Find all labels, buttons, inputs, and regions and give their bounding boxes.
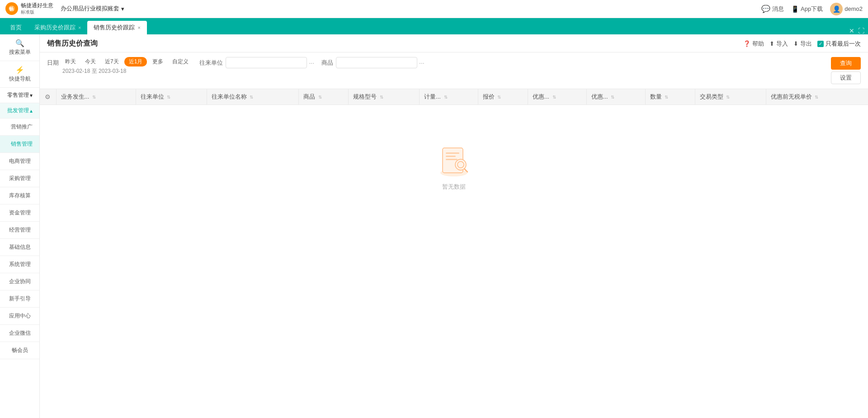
col-partner-code[interactable]: 往来单位 ⇅	[136, 89, 207, 105]
wholesale-mgmt-label: 批发管理	[7, 107, 29, 114]
date-option-last1month[interactable]: 近1月	[124, 57, 147, 66]
col-partner-name-sort: ⇅	[250, 95, 253, 100]
date-option-last7days[interactable]: 近7天	[101, 57, 123, 66]
date-filter-label: 日期	[47, 57, 59, 67]
sidebar-item-marketing-promo[interactable]: 营销推广	[0, 119, 39, 136]
col-partner-name[interactable]: 往来单位名称 ⇅	[207, 89, 298, 105]
date-filter-group: 日期 昨天 今天 近7天 近1月 更多 自定义 2023-02-18 至 202…	[47, 57, 192, 75]
sidebar-vip-member-label: 畅会员	[12, 347, 28, 354]
sidebar-operation-mgmt-label: 经营管理	[9, 226, 31, 234]
sidebar-marketing-promo-label: 营销推广	[11, 123, 33, 131]
col-pre-tax-price[interactable]: 优惠前无税单价 ⇅	[766, 89, 868, 105]
page-title: 销售历史价查询	[47, 39, 98, 48]
export-action[interactable]: ⬇ 导出	[793, 40, 812, 48]
col-discount2[interactable]: 优惠... ⇅	[586, 89, 645, 105]
workspace-selector[interactable]: 办公用品行业模拟账套 ▾	[57, 3, 128, 14]
wholesale-mgmt-arrow: ▴	[30, 108, 33, 114]
sidebar-item-inventory[interactable]: 库存核算	[0, 187, 39, 204]
col-spec-sort: ⇅	[380, 95, 383, 100]
sidebar-search-menu-label: 搜索菜单	[9, 48, 31, 56]
sidebar-enterprise-wechat-label: 企业微信	[9, 329, 31, 337]
import-icon: ⬆	[769, 40, 774, 47]
tab-home[interactable]: 首页	[4, 21, 28, 34]
help-action[interactable]: ❓ 帮助	[743, 40, 764, 48]
svg-rect-6	[446, 159, 458, 160]
sidebar-item-enterprise-wechat[interactable]: 企业微信	[0, 325, 39, 342]
tab-maximize-icon[interactable]: ⛶	[858, 27, 864, 34]
col-quantity-sort: ⇅	[665, 95, 668, 100]
product-input[interactable]	[336, 57, 417, 68]
col-spec[interactable]: 规格型号 ⇅	[349, 89, 420, 105]
col-business-date-label: 业务发生...	[61, 93, 90, 100]
col-quote[interactable]: 报价 ⇅	[478, 89, 528, 105]
sidebar-item-quick-nav[interactable]: ⚡ 快捷导航	[0, 61, 39, 88]
sidebar-item-enterprise-collab[interactable]: 企业协同	[0, 273, 39, 290]
sidebar-item-app-center[interactable]: 应用中心	[0, 308, 39, 325]
import-action[interactable]: ⬆ 导入	[769, 40, 788, 48]
settings-icon[interactable]: ⚙	[45, 93, 51, 100]
sidebar-enterprise-collab-label: 企业协同	[9, 278, 31, 285]
app-download-action[interactable]: 📱 App下载	[791, 5, 823, 13]
col-quantity[interactable]: 数量 ⇅	[645, 89, 695, 105]
retail-mgmt-label: 零售管理	[7, 91, 29, 99]
col-quote-label: 报价	[483, 93, 495, 100]
empty-text: 暂无数据	[442, 183, 466, 191]
product-input-group: ···	[336, 57, 425, 68]
quick-nav-icon: ⚡	[15, 66, 24, 74]
col-discount2-sort: ⇅	[611, 95, 614, 100]
tab-purchase-history[interactable]: 采购历史价跟踪 ×	[28, 21, 87, 34]
sidebar-item-vip-member[interactable]: 畅会员	[0, 342, 39, 359]
tab-bar-right: ✕ ⛶	[849, 27, 864, 34]
partner-input[interactable]	[226, 57, 307, 68]
tab-sales-history-close[interactable]: ×	[137, 25, 140, 30]
col-partner-code-sort: ⇅	[167, 95, 170, 100]
sidebar-item-purchase-mgmt[interactable]: 采购管理	[0, 170, 39, 187]
logo-text-area: 畅捷通好生意 标准版	[21, 2, 53, 15]
tab-sales-history[interactable]: 销售历史价跟踪 ×	[87, 21, 146, 34]
svg-rect-4	[446, 152, 459, 154]
sidebar-item-retail-mgmt[interactable]: 零售管理 ▾	[0, 88, 39, 103]
retail-mgmt-arrow: ▾	[30, 92, 33, 99]
col-unit[interactable]: 计量... ⇅	[420, 89, 478, 105]
user-area[interactable]: 👤 demo2	[830, 3, 863, 15]
filter-dates: 昨天 今天 近7天 近1月 更多 自定义 2023-02-18 至 2023-0…	[61, 57, 192, 75]
export-icon: ⬇	[793, 40, 798, 47]
date-option-today[interactable]: 今天	[81, 57, 99, 66]
export-label: 导出	[800, 40, 812, 48]
main-layout: 🔍 搜索菜单 ⚡ 快捷导航 零售管理 ▾ 批发管理 ▴ 营销推广 销售管理 电商…	[0, 34, 868, 418]
sidebar-item-wholesale-mgmt[interactable]: 批发管理 ▴	[0, 103, 39, 119]
import-label: 导入	[776, 40, 788, 48]
top-bar-right: 💬 消息 📱 App下载 👤 demo2	[761, 3, 863, 15]
partner-filter-group: 往来单位 ···	[199, 57, 314, 68]
col-settings[interactable]: ⚙	[40, 89, 56, 105]
empty-icon	[431, 141, 476, 177]
col-transaction-type[interactable]: 交易类型 ⇅	[695, 89, 766, 105]
download-icon: 📱	[791, 5, 799, 13]
col-product[interactable]: 商品 ⇅	[298, 89, 348, 105]
date-option-more[interactable]: 更多	[149, 57, 167, 66]
only-last-checkbox[interactable]	[817, 41, 824, 47]
sidebar-item-operation-mgmt[interactable]: 经营管理	[0, 222, 39, 239]
tab-purchase-history-close[interactable]: ×	[78, 25, 81, 30]
message-action[interactable]: 💬 消息	[761, 5, 784, 13]
settings-button[interactable]: 设置	[831, 71, 861, 84]
col-business-date[interactable]: 业务发生... ⇅	[56, 89, 136, 105]
sidebar-quick-nav-label: 快捷导航	[9, 75, 31, 83]
sidebar-item-new-guide[interactable]: 新手引导	[0, 290, 39, 308]
query-button[interactable]: 查询	[831, 57, 861, 70]
tab-close-all-icon[interactable]: ✕	[849, 27, 854, 34]
username: demo2	[844, 5, 863, 12]
date-option-yesterday[interactable]: 昨天	[61, 57, 80, 66]
sidebar-item-sales-mgmt[interactable]: 销售管理	[0, 136, 39, 153]
sidebar-item-search-menu[interactable]: 🔍 搜索菜单	[0, 34, 39, 61]
col-discount1[interactable]: 优惠... ⇅	[528, 89, 587, 105]
date-option-custom[interactable]: 自定义	[169, 57, 192, 66]
sidebar-item-system-mgmt[interactable]: 系统管理	[0, 256, 39, 273]
message-label: 消息	[772, 5, 784, 13]
only-last-checkbox-label[interactable]: 只看最后一次	[817, 40, 861, 48]
sidebar-item-basic-info[interactable]: 基础信息	[0, 239, 39, 256]
logo-icon: 畅	[5, 2, 18, 15]
sidebar-item-finance-mgmt[interactable]: 资金管理	[0, 204, 39, 222]
sidebar-item-ecommerce-mgmt[interactable]: 电商管理	[0, 153, 39, 170]
avatar: 👤	[830, 3, 843, 15]
